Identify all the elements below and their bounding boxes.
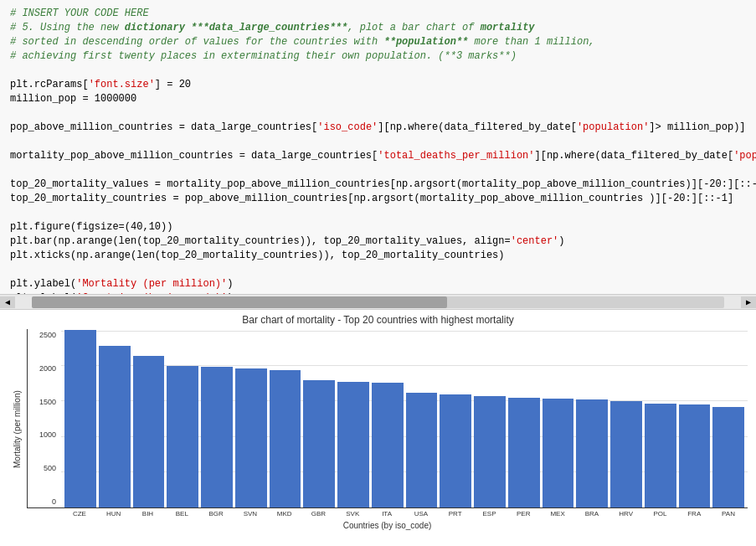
y-tick-2500: 2500 <box>28 331 59 339</box>
x-label-bih: BIH <box>132 510 164 518</box>
bars-area <box>61 329 748 507</box>
bar-group <box>712 329 744 507</box>
bar-group <box>440 329 471 507</box>
x-label-mkd: MKD <box>269 510 301 518</box>
bar-usa <box>406 393 438 507</box>
code-line-2: # 5. Using the new dictionary ***data_la… <box>10 21 746 35</box>
bar-group <box>167 329 198 507</box>
x-label-esp: ESP <box>474 510 506 518</box>
code-line-6: plt.rcParams['font.size'] = 20 <box>10 78 746 92</box>
bar-gbr <box>303 380 335 507</box>
bar-group <box>337 329 369 507</box>
bar-bel <box>167 366 198 507</box>
code-line-19 <box>10 263 746 277</box>
x-axis-label: Countries (by iso_code) <box>27 521 748 530</box>
x-label-bra: BRA <box>576 510 608 518</box>
code-line-1: # INSERT YOUR CODE HERE <box>10 7 746 21</box>
x-label-bel: BEL <box>166 510 198 518</box>
code-line-10 <box>10 135 746 149</box>
code-line-13: top_20_mortality_values = mortality_pop_… <box>10 178 746 192</box>
bar-group <box>64 329 96 507</box>
bar-group <box>645 329 676 507</box>
x-label-bgr: BGR <box>200 510 232 518</box>
scroll-right-arrow[interactable]: ▶ <box>741 296 756 308</box>
x-label-prt: PRT <box>440 510 471 518</box>
scrollbar-track[interactable] <box>32 296 724 308</box>
bar-mkd <box>270 370 301 507</box>
code-line-11: mortality_pop_above_million_countries = … <box>10 149 746 163</box>
code-section: # INSERT YOUR CODE HERE # 5. Using the n… <box>0 0 756 310</box>
bar-bih <box>133 356 165 507</box>
x-label-hrv: HRV <box>610 510 642 518</box>
chart-inner: 2500 2000 1500 1000 500 0 CZEHUNBIHBELB <box>27 329 748 530</box>
scroll-left-arrow[interactable]: ◀ <box>0 296 15 308</box>
bar-group <box>474 329 506 507</box>
y-tick-2000: 2000 <box>28 364 59 373</box>
bar-group <box>201 329 233 507</box>
bar-group <box>99 329 131 507</box>
code-line-17: plt.bar(np.arange(len(top_20_mortality_c… <box>10 234 746 249</box>
bar-hun <box>99 346 131 507</box>
x-label-hun: HUN <box>98 510 130 518</box>
x-label-per: PER <box>507 510 539 518</box>
x-label-fra: FRA <box>678 510 710 518</box>
scrollbar-thumb[interactable] <box>32 296 447 308</box>
code-line-4: # achieving first twenty places in exter… <box>10 49 746 64</box>
chart-plot-area: 2500 2000 1500 1000 500 0 <box>27 329 748 508</box>
bar-group <box>543 329 574 507</box>
x-label-usa: USA <box>405 510 437 518</box>
x-label-mex: MEX <box>542 510 573 518</box>
x-label-svn: SVN <box>234 510 266 518</box>
x-label-pol: POL <box>645 510 676 518</box>
x-labels: CZEHUNBIHBELBGRSVNMKDGBRSVKITAUSAPRTESPP… <box>60 508 748 519</box>
bar-group <box>270 329 301 507</box>
x-label-gbr: GBR <box>303 510 335 518</box>
chart-title: Bar chart of mortality - Top 20 countrie… <box>8 314 748 326</box>
bar-cze <box>64 330 96 507</box>
bar-group <box>406 329 438 507</box>
x-label-ita: ITA <box>371 510 403 518</box>
code-line-3: # sorted in descending order of values f… <box>10 35 746 49</box>
bar-ita <box>372 383 404 507</box>
bar-group <box>372 329 404 507</box>
code-line-15 <box>10 206 746 220</box>
y-tick-1500: 1500 <box>28 398 59 406</box>
bar-svk <box>337 382 369 507</box>
bar-group <box>679 329 711 507</box>
y-tick-1000: 1000 <box>28 430 59 439</box>
bar-group <box>133 329 165 507</box>
horizontal-scrollbar[interactable]: ◀ ▶ <box>0 294 756 309</box>
bar-group <box>508 329 540 507</box>
chart-container: Mortality (per million) 2500 2000 1500 1… <box>8 329 748 530</box>
bar-svn <box>235 368 267 507</box>
bar-per <box>508 398 540 507</box>
bar-pol <box>645 404 676 507</box>
code-line-9: pop_above_million_countries = data_large… <box>10 121 746 135</box>
bar-group <box>235 329 267 507</box>
bar-pan <box>712 407 744 507</box>
code-line-5 <box>10 64 746 78</box>
bar-bra <box>576 399 608 508</box>
bar-group <box>610 329 642 507</box>
x-label-cze: CZE <box>64 510 95 518</box>
y-tick-0: 0 <box>28 497 59 506</box>
y-tick-500: 500 <box>28 464 59 472</box>
bar-group <box>303 329 335 507</box>
bar-mex <box>543 399 574 507</box>
x-label-svk: SVK <box>337 510 368 518</box>
code-line-8 <box>10 106 746 121</box>
code-line-20: plt.ylabel('Mortality (per million)') <box>10 277 746 291</box>
code-line-16: plt.figure(figsize=(40,10)) <box>10 220 746 234</box>
bar-prt <box>440 394 471 507</box>
code-line-12 <box>10 163 746 178</box>
bar-group <box>576 329 608 507</box>
bar-bgr <box>201 367 233 507</box>
code-line-7: million_pop = 1000000 <box>10 92 746 106</box>
x-label-pan: PAN <box>712 510 744 518</box>
chart-section: Bar chart of mortality - Top 20 countrie… <box>0 310 756 546</box>
y-axis-label: Mortality (per million) <box>8 329 25 530</box>
bar-hrv <box>610 401 642 507</box>
bar-esp <box>474 396 506 507</box>
code-line-18: plt.xticks(np.arange(len(top_20_mortalit… <box>10 249 746 263</box>
code-line-14: top_20_mortality_countries = pop_above_m… <box>10 192 746 206</box>
